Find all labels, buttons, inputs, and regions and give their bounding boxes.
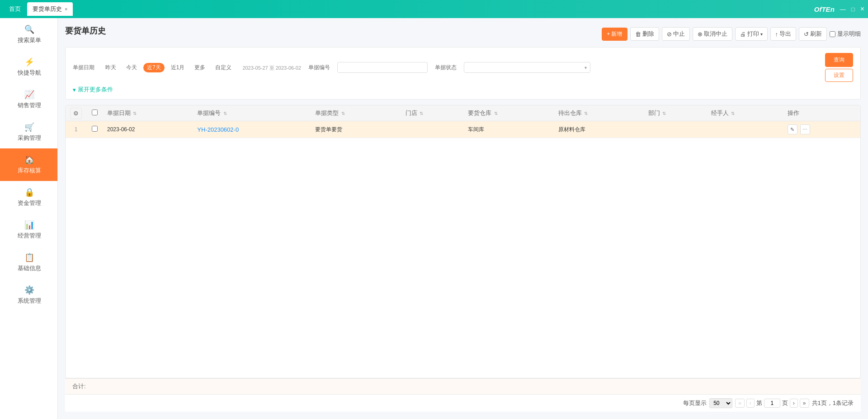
col-docnum-label: 单据编号: [197, 110, 221, 116]
tab-home[interactable]: 首页: [4, 2, 26, 16]
total-info: 共1页，1条记录: [812, 399, 854, 407]
row-date-cell: 2023-06-02: [103, 121, 193, 138]
settings-th: ⚙: [66, 105, 86, 121]
expand-btn[interactable]: ▾ 展开更多条件: [73, 86, 853, 94]
doc-status-label: 单据状态: [435, 64, 457, 71]
sidebar-item-sales[interactable]: 📈 销售管理: [0, 83, 57, 116]
date-more[interactable]: 更多: [191, 63, 209, 72]
col-actions: 操作: [783, 105, 860, 121]
prev-page-btn[interactable]: ‹: [746, 399, 755, 408]
display-detail-checkbox[interactable]: 显示明细: [830, 30, 861, 38]
date-range-display: 2023-05-27 至 2023-06-02: [242, 64, 301, 71]
col-date-sort-icon[interactable]: ⇅: [133, 111, 137, 116]
col-docnum: 单据编号 ⇅: [193, 105, 311, 121]
select-all-checkbox[interactable]: [92, 110, 98, 115]
table-body: 1 2023-06-02 YH-20230602-0 要货单要货 车间库 原材料…: [66, 121, 860, 138]
date-range-text: 2023-05-27 至 2023-06-02: [242, 65, 301, 71]
doc-number-input[interactable]: [337, 62, 428, 73]
sidebar-item-purchase[interactable]: 🛒 采购管理: [0, 116, 57, 148]
cancel-stop-icon: ⊗: [698, 31, 703, 38]
minimize-btn[interactable]: —: [840, 6, 846, 13]
row-checkbox-cell: [86, 121, 103, 138]
tab-purchase-history-label: 要货单历史: [33, 5, 62, 13]
settings-button[interactable]: 设置: [825, 69, 853, 82]
col-handler-sort-icon[interactable]: ⇅: [731, 111, 735, 116]
page-size-select[interactable]: 20 50 100: [709, 398, 732, 408]
date-7days[interactable]: 近7天: [143, 63, 165, 72]
col-department-sort-icon[interactable]: ⇅: [662, 111, 666, 116]
column-settings-btn[interactable]: ⚙: [70, 108, 82, 119]
row-num-cell: 1: [66, 121, 86, 138]
quicknav-icon: ⚡: [24, 57, 34, 67]
search-icon: 🔍: [24, 24, 34, 34]
row-req-warehouse-cell: 车间库: [463, 121, 553, 138]
col-pending-warehouse-label: 待出仓库: [558, 110, 582, 116]
row-action-cell: ✎ ⋯: [783, 121, 860, 138]
next-page-btn[interactable]: ›: [790, 399, 798, 408]
print-button[interactable]: 🖨 打印 ▾: [735, 27, 768, 41]
page-nav: « ‹ 第 页 › »: [735, 399, 809, 408]
page-size-label: 每页显示: [683, 399, 707, 407]
col-store-label: 门店: [406, 110, 417, 116]
col-doctype-sort-icon[interactable]: ⇅: [341, 111, 345, 116]
doc-status-chevron-icon: ▾: [585, 65, 587, 70]
col-req-warehouse-sort-icon[interactable]: ⇅: [494, 111, 498, 116]
date-yesterday[interactable]: 昨天: [102, 63, 120, 72]
sidebar-item-sales-label: 销售管理: [18, 101, 41, 110]
export-button[interactable]: ↑ 导出: [770, 27, 797, 41]
query-button[interactable]: 查询: [825, 53, 853, 67]
restore-btn[interactable]: □: [851, 6, 855, 13]
sidebar-item-finance[interactable]: 🔒 资金管理: [0, 181, 57, 214]
sidebar-item-system[interactable]: ⚙️ 系统管理: [0, 279, 57, 311]
basicinfo-icon: 📋: [24, 252, 34, 262]
row-more-btn[interactable]: ⋯: [800, 124, 810, 134]
management-icon: 📊: [24, 220, 34, 230]
date-today[interactable]: 今天: [123, 63, 141, 72]
last-page-btn[interactable]: »: [800, 399, 809, 408]
sidebar-item-finance-label: 资金管理: [18, 199, 41, 207]
sidebar-item-management[interactable]: 📊 经营管理: [0, 214, 57, 246]
row-docnum-link[interactable]: YH-20230602-0: [197, 126, 239, 133]
row-department-cell: [644, 121, 707, 138]
print-icon: 🖨: [740, 31, 746, 38]
col-pending-warehouse-sort-icon[interactable]: ⇅: [584, 111, 588, 116]
doc-status-input[interactable]: [464, 62, 590, 73]
stop-button[interactable]: ⊘ 中止: [662, 27, 690, 41]
sidebar-item-system-label: 系统管理: [18, 297, 41, 305]
col-doctype-label: 单据类型: [315, 110, 339, 116]
sidebar-item-inventory[interactable]: 🏠 库存核算: [0, 148, 57, 181]
page-suffix: 页: [782, 399, 788, 407]
print-chevron-icon: ▾: [760, 32, 763, 37]
date-custom[interactable]: 自定义: [212, 63, 235, 72]
sales-icon: 📈: [24, 90, 34, 100]
cancel-stop-button[interactable]: ⊗ 取消中止: [693, 27, 732, 41]
filter-row: 单据日期 昨天 今天 近7天 近1月 更多 自定义 2023-05-27 至 2…: [73, 53, 853, 82]
row-edit-btn[interactable]: ✎: [788, 124, 797, 134]
top-bar: 首页 要货单历史 × OfTEn — □ ×: [0, 0, 868, 18]
date-1month[interactable]: 近1月: [167, 63, 189, 72]
refresh-button[interactable]: ↺ 刷新: [799, 27, 827, 41]
sidebar-item-basicinfo[interactable]: 📋 基础信息: [0, 246, 57, 279]
col-docnum-sort-icon[interactable]: ⇅: [223, 111, 227, 116]
new-button[interactable]: + 新增: [602, 28, 627, 41]
query-buttons: 查询 设置: [825, 53, 853, 82]
row-store-cell: [401, 121, 464, 138]
action-btns: + 新增 🗑 🗑 删除 删除 ⊘ 中止 ⊗ 取消中止 🖨 打印 ▾: [602, 27, 861, 41]
system-icon: ⚙️: [24, 285, 34, 295]
page-input[interactable]: [764, 399, 780, 408]
col-store-sort-icon[interactable]: ⇅: [420, 111, 423, 116]
sidebar-item-quicknav[interactable]: ⚡ 快捷导航: [0, 51, 57, 83]
first-page-btn[interactable]: «: [735, 399, 745, 408]
table-container: ⚙ 单据日期 ⇅ 单据编号 ⇅: [65, 105, 861, 378]
display-detail-input[interactable]: [830, 31, 835, 37]
row-checkbox[interactable]: [92, 126, 98, 132]
col-req-warehouse-label: 要货仓库: [468, 110, 491, 116]
delete-button[interactable]: 🗑 🗑 删除 删除: [630, 27, 659, 41]
tab-purchase-history[interactable]: 要货单历史 ×: [27, 2, 73, 16]
pagination: 每页显示 20 50 100 « ‹ 第 页 › » 共1页，1条记录: [65, 394, 861, 412]
close-btn[interactable]: ×: [860, 5, 864, 13]
sidebar-item-search[interactable]: 🔍 搜索菜单: [0, 18, 57, 51]
sidebar-item-quicknav-label: 快捷导航: [18, 69, 41, 77]
stop-icon: ⊘: [667, 31, 672, 38]
tab-close-icon[interactable]: ×: [65, 6, 67, 12]
